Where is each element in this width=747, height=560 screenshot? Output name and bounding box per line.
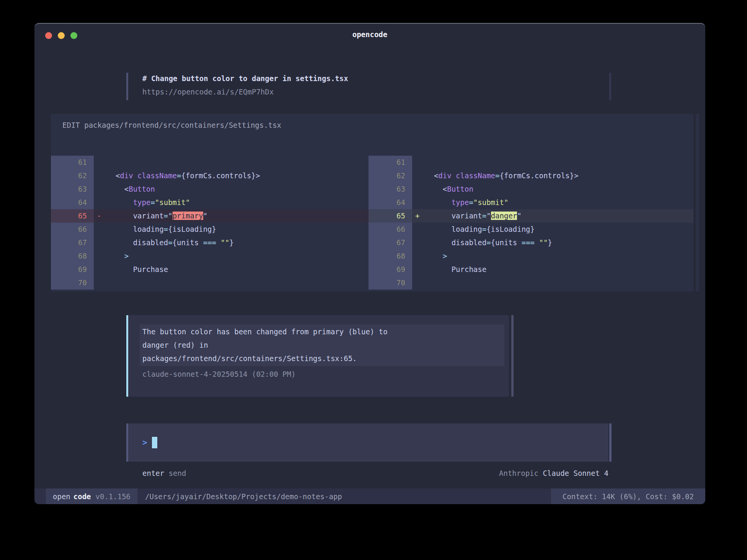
code-line: > — [104, 249, 369, 263]
app-version-chip: opencodev0.1.156 — [46, 488, 137, 504]
diff-marker — [94, 249, 104, 263]
assistant-message-line: danger (red) in — [142, 339, 504, 352]
line-number: 65 — [51, 209, 94, 223]
diff-row: 67 disabled={units === ""} — [369, 236, 693, 249]
text-cursor — [152, 437, 157, 448]
enter-key-label: enter — [142, 469, 164, 477]
opencode-window: opencode # Change button color to danger… — [34, 23, 705, 504]
user-message-right-bar — [609, 73, 611, 100]
send-action-label: send — [169, 469, 186, 477]
diff-marker — [94, 156, 104, 169]
line-number: 67 — [369, 236, 412, 249]
diff-marker — [94, 263, 104, 276]
project-path: /Users/jayair/Desktop/Projects/demo-note… — [145, 488, 342, 504]
status-bar: opencodev0.1.156 /Users/jayair/Desktop/P… — [34, 488, 705, 504]
diff-row: 65- variant="primary" — [51, 209, 369, 223]
diff-marker — [94, 169, 104, 182]
diff-marker — [412, 169, 422, 182]
diff-marker — [94, 236, 104, 249]
diff-row: 69 Purchase — [369, 263, 693, 276]
code-line: variant="danger" — [422, 209, 693, 223]
diff-marker: + — [412, 209, 422, 223]
prompt-symbol: > — [142, 438, 147, 447]
line-number: 67 — [51, 236, 94, 249]
diff-row: 70 — [369, 276, 693, 290]
diff-scrollbar-track[interactable] — [696, 114, 699, 291]
code-line: disabled={units === ""} — [422, 236, 693, 249]
diff-row: 65+ variant="danger" — [369, 209, 693, 223]
code-line: <div className={formCs.controls}> — [422, 169, 693, 182]
code-line: <div className={formCs.controls}> — [104, 169, 369, 182]
prompt-input[interactable]: > — [128, 423, 608, 462]
model-label: Claude Sonnet 4 — [543, 469, 608, 477]
line-number: 66 — [369, 223, 412, 236]
code-line: > — [422, 249, 693, 263]
diff-row: 67 disabled={units === ""} — [51, 236, 369, 249]
line-number: 66 — [51, 223, 94, 236]
line-number: 63 — [51, 182, 94, 196]
code-line — [104, 156, 369, 169]
titlebar: opencode — [34, 24, 705, 45]
code-line: Purchase — [422, 263, 693, 276]
diff-row: 68 > — [369, 249, 693, 263]
window-title: opencode — [34, 30, 705, 39]
assistant-message-meta: claude-sonnet-4-20250514 (02:00 PM) — [142, 368, 509, 381]
code-line: loading={isLoading} — [422, 223, 693, 236]
line-number: 70 — [369, 276, 412, 290]
line-number: 70 — [51, 276, 94, 290]
line-number: 65 — [369, 209, 412, 223]
diff-row: 69 Purchase — [51, 263, 369, 276]
line-number: 64 — [369, 196, 412, 209]
diff-row: 63 <Button — [369, 182, 693, 196]
line-number: 62 — [369, 169, 412, 182]
diff-row: 68 > — [51, 249, 369, 263]
line-number: 61 — [51, 156, 94, 169]
code-line: variant="primary" — [104, 209, 369, 223]
status-spacer — [342, 488, 551, 504]
line-number: 69 — [51, 263, 94, 276]
diff-marker — [94, 196, 104, 209]
line-number: 63 — [369, 182, 412, 196]
diff-row: 62 <div className={formCs.controls}> — [51, 169, 369, 182]
diff-marker — [412, 196, 422, 209]
diff-marker — [412, 223, 422, 236]
provider-label: Anthropic — [499, 469, 538, 477]
line-number: 68 — [369, 249, 412, 263]
diff-view: 61 62 <div className={formCs.controls}>6… — [51, 156, 693, 290]
diff-row: 61 — [51, 156, 369, 169]
code-line: type="submit" — [104, 196, 369, 209]
app-version: v0.1.156 — [96, 492, 131, 501]
code-line: disabled={units === ""} — [104, 236, 369, 249]
line-number: 61 — [369, 156, 412, 169]
assistant-message-right-bar — [511, 315, 514, 397]
diff-row: 62 <div className={formCs.controls}> — [369, 169, 693, 182]
app-name-open: open — [53, 492, 70, 501]
prompt-input-right-bar — [609, 423, 612, 462]
model-indicator[interactable]: Anthropic Claude Sonnet 4 — [499, 467, 608, 480]
context-cost-chip: Context: 14K (6%), Cost: $0.02 — [551, 488, 705, 504]
code-line — [104, 276, 369, 290]
assistant-message-box: The button color has been changed from p… — [128, 315, 509, 397]
diff-marker: - — [94, 209, 104, 223]
diff-marker — [94, 182, 104, 196]
diff-marker — [412, 276, 422, 290]
edit-file-label: EDIT packages/frontend/src/containers/Se… — [62, 119, 281, 132]
diff-marker — [412, 236, 422, 249]
edit-diff-panel: EDIT packages/frontend/src/containers/Se… — [51, 114, 693, 291]
share-link[interactable]: https://opencode.ai/s/EQmP7hDx — [142, 85, 274, 99]
line-number: 62 — [51, 169, 94, 182]
line-number: 64 — [51, 196, 94, 209]
code-line: loading={isLoading} — [104, 223, 369, 236]
diff-marker — [412, 249, 422, 263]
diff-row: 64 type="submit" — [51, 196, 369, 209]
code-line — [422, 276, 693, 290]
diff-pane-after: 61 62 <div className={formCs.controls}>6… — [369, 156, 693, 290]
line-number: 69 — [369, 263, 412, 276]
diff-row: 66 loading={isLoading} — [369, 223, 693, 236]
app-name-code: code — [70, 492, 91, 501]
user-message-heading: # Change button color to danger in setti… — [142, 72, 348, 85]
user-message-left-bar — [126, 73, 128, 100]
diff-row: 64 type="submit" — [369, 196, 693, 209]
footer-hints: enter send Anthropic Claude Sonnet 4 — [126, 467, 612, 480]
diff-marker — [412, 156, 422, 169]
